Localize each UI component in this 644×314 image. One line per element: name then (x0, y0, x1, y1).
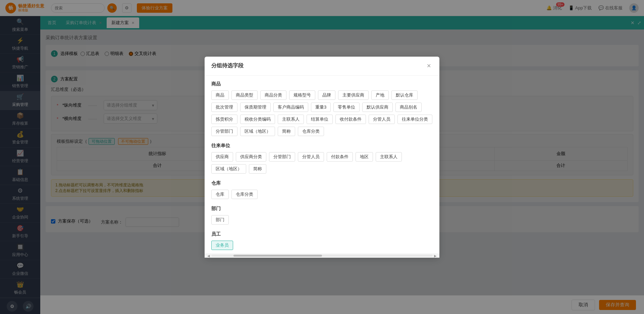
field-tag[interactable]: 客户商品编码 (273, 103, 308, 112)
modal-horizontal-scrollbar[interactable]: ◀ ▶ (205, 254, 439, 258)
product-section-title: 商品 (211, 81, 433, 87)
partner-field-tags: 供应商 供应商分类 分管部门 分管人员 付款条件 地区 主联系人 区域（地区） … (211, 152, 433, 174)
warehouse-field-tags: 仓库 仓库分类 (211, 190, 433, 199)
field-tag[interactable]: 商品别名 (395, 103, 422, 112)
product-field-tags: 商品 商品类型 商品分类 规格型号 品牌 主要供应商 产地 默认仓库 批次管理 … (211, 90, 433, 136)
field-section-department: 部门 部门 (211, 206, 433, 225)
field-tag[interactable]: 供应商分类 (236, 152, 266, 162)
field-tag[interactable]: 主联系人 (278, 115, 304, 124)
field-tag[interactable]: 简称 (249, 164, 266, 174)
modal-body: 商品 商品 商品类型 商品分类 规格型号 品牌 主要供应商 产地 默认仓库 批次… (205, 76, 439, 254)
field-tag[interactable]: 分管部门 (211, 127, 237, 136)
field-tag[interactable]: 仓库分类 (298, 127, 324, 136)
partner-section-title: 往来单位 (211, 143, 433, 149)
field-tag[interactable]: 保质期管理 (240, 103, 271, 112)
scroll-thumb[interactable] (233, 255, 322, 257)
field-tag[interactable]: 主联系人 (376, 152, 402, 162)
field-tag[interactable]: 税收分类编码 (240, 115, 275, 124)
field-tag[interactable]: 分管人员 (298, 152, 324, 162)
field-section-product: 商品 商品 商品类型 商品分类 规格型号 品牌 主要供应商 产地 默认仓库 批次… (211, 81, 433, 136)
employee-section-title: 员工 (211, 231, 433, 237)
field-tag[interactable]: 收付款条件 (335, 115, 366, 124)
field-tag[interactable]: 拣货积分 (211, 115, 237, 124)
modal-title: 分组待选字段 (211, 62, 244, 69)
field-tag[interactable]: 地区 (356, 152, 373, 162)
modal-dialog: 分组待选字段 ✕ 商品 商品 商品类型 商品分类 规格型号 品牌 主要供应商 产… (205, 57, 439, 258)
field-tag[interactable]: 往来单位分类 (397, 115, 432, 124)
field-tag[interactable]: 商品类型 (231, 90, 258, 100)
scroll-left-btn[interactable]: ◀ (206, 254, 211, 258)
close-icon: ✕ (427, 63, 431, 69)
modal-header: 分组待选字段 ✕ (205, 57, 439, 76)
modal-overlay[interactable]: 分组待选字段 ✕ 商品 商品 商品类型 商品分类 规格型号 品牌 主要供应商 产… (0, 0, 644, 314)
field-tag[interactable]: 批次管理 (211, 103, 237, 112)
warehouse-section-title: 仓库 (211, 180, 433, 186)
field-section-employee: 员工 业务员 (211, 231, 433, 250)
field-section-warehouse: 仓库 仓库 仓库分类 (211, 180, 433, 199)
field-tag[interactable]: 仓库 (211, 190, 229, 199)
field-tag[interactable]: 简称 (278, 127, 295, 136)
department-section-title: 部门 (211, 206, 433, 212)
modal-close-button[interactable]: ✕ (425, 62, 433, 70)
field-tag[interactable]: 商品分类 (260, 90, 286, 100)
field-section-partner: 往来单位 供应商 供应商分类 分管部门 分管人员 付款条件 地区 主联系人 区域… (211, 143, 433, 174)
field-tag[interactable]: 部门 (211, 215, 229, 225)
field-tag[interactable]: 区域（地区） (240, 127, 275, 136)
field-tag[interactable]: 商品 (211, 90, 229, 100)
field-tag[interactable]: 区域（地区） (211, 164, 246, 174)
field-tag[interactable]: 分管部门 (269, 152, 295, 162)
field-tag-employee[interactable]: 业务员 (211, 241, 233, 250)
employee-field-tags: 业务员 (211, 241, 433, 250)
department-field-tags: 部门 (211, 215, 433, 225)
field-tag[interactable]: 产地 (371, 90, 389, 100)
scroll-right-btn[interactable]: ▶ (433, 254, 438, 258)
field-tag[interactable]: 默认仓库 (391, 90, 418, 100)
scroll-track (211, 255, 433, 257)
field-tag[interactable]: 重量3 (311, 103, 331, 112)
field-tag[interactable]: 结算单位 (307, 115, 333, 124)
field-tag[interactable]: 默认供应商 (362, 103, 393, 112)
field-tag[interactable]: 零售单位 (333, 103, 360, 112)
field-tag[interactable]: 规格型号 (289, 90, 315, 100)
field-tag[interactable]: 付款条件 (327, 152, 353, 162)
field-tag[interactable]: 主要供应商 (338, 90, 369, 100)
field-tag[interactable]: 仓库分类 (231, 190, 258, 199)
field-tag[interactable]: 分管人员 (369, 115, 395, 124)
field-tag[interactable]: 品牌 (318, 90, 335, 100)
field-tag[interactable]: 供应商 (211, 152, 233, 162)
